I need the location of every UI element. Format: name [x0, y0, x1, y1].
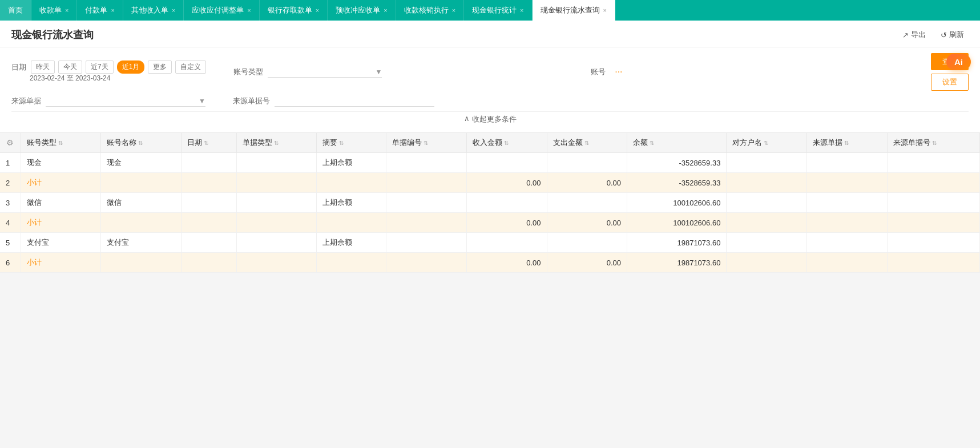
date-quick-btn-今天[interactable]: 今天: [58, 60, 82, 74]
nav-item-银行存取款单[interactable]: 银行存取款单×: [260, 0, 328, 21]
col-expense[interactable]: 支出金额⇅: [547, 133, 627, 153]
source-doc-no-input[interactable]: [275, 95, 434, 107]
close-icon[interactable]: ×: [172, 7, 175, 14]
cell-expense: [547, 193, 627, 213]
col-counterpart[interactable]: 对方户名⇅: [727, 133, 807, 153]
date-quick-btn-昨天[interactable]: 昨天: [31, 60, 55, 74]
date-quick-btn-更多[interactable]: 更多: [148, 60, 172, 74]
cell-settings: 3: [0, 193, 21, 213]
cell-settings: 6: [0, 253, 21, 273]
sort-date-icon: ⇅: [204, 140, 208, 146]
table-row: 1现金现金上期余额-3528659.33: [0, 153, 980, 173]
nav-item-付款单[interactable]: 付款单×: [77, 0, 123, 21]
cell-source_doc: [806, 233, 887, 253]
cell-source_doc: [806, 213, 887, 233]
account-ellipsis-button[interactable]: ···: [610, 67, 627, 77]
close-icon[interactable]: ×: [384, 7, 387, 14]
cell-doc_no: [386, 213, 467, 233]
filter-row-1: 日期 昨天今天近7天近1月更多自定义 2023-02-24 至 2023-03-…: [11, 53, 969, 91]
col-date[interactable]: 日期⇅: [181, 133, 236, 153]
cell-source_doc_no: [887, 193, 979, 213]
col-income[interactable]: 收入金额⇅: [466, 133, 547, 153]
sort-counterpart-icon: ⇅: [764, 140, 768, 146]
cell-settings: 2: [0, 173, 21, 193]
date-quick-btn-自定义[interactable]: 自定义: [175, 60, 206, 74]
nav-item-收款单[interactable]: 收款单×: [31, 0, 77, 21]
account-type-select-wrapper[interactable]: ▼: [268, 66, 382, 78]
account-label: 账号: [591, 67, 606, 77]
col-doc-type[interactable]: 单据类型⇅: [236, 133, 317, 153]
cell-doc_type: [236, 153, 317, 173]
cell-settings: 1: [0, 153, 21, 173]
close-icon[interactable]: ×: [65, 7, 68, 14]
date-quick-btn-近1月[interactable]: 近1月: [117, 60, 145, 74]
close-icon[interactable]: ×: [111, 7, 114, 14]
cell-counterpart: [727, 233, 807, 253]
gear-icon[interactable]: ⚙: [6, 138, 14, 147]
account-type-input[interactable]: [268, 66, 373, 77]
cell-counterpart: [727, 193, 807, 213]
nav-item-应收应付调整单[interactable]: 应收应付调整单×: [184, 0, 259, 21]
cell-account_name: [101, 173, 182, 193]
date-filter-top: 日期 昨天今天近7天近1月更多自定义: [11, 60, 206, 74]
refresh-button[interactable]: ↺ 刷新: [936, 27, 969, 42]
close-icon[interactable]: ×: [316, 7, 319, 14]
cell-expense: [547, 233, 627, 253]
export-button[interactable]: ↗ 导出: [898, 27, 930, 42]
sort-source-doc-no-icon: ⇅: [932, 140, 937, 146]
date-filter: 日期 昨天今天近7天近1月更多自定义 2023-02-24 至 2023-03-…: [11, 60, 206, 83]
cell-balance: 19871073.60: [627, 253, 727, 273]
close-icon[interactable]: ×: [520, 7, 523, 14]
cell-date: [181, 213, 236, 233]
collapse-bar[interactable]: ∧ 收起更多条件: [11, 111, 969, 127]
cell-source_doc_no: [887, 173, 979, 193]
table-row: 2小计0.000.00-3528659.33: [0, 173, 980, 193]
col-balance[interactable]: 余额⇅: [627, 133, 727, 153]
header-actions: ↗ 导出 ↺ 刷新: [898, 27, 969, 42]
sort-income-icon: ⇅: [504, 140, 509, 146]
cell-settings: 4: [0, 213, 21, 233]
col-account-name[interactable]: 账号名称⇅: [101, 133, 182, 153]
col-doc-no[interactable]: 单据编号⇅: [386, 133, 467, 153]
close-icon[interactable]: ×: [603, 7, 607, 14]
settings-button[interactable]: 设置: [931, 74, 969, 91]
nav-item-其他收入单[interactable]: 其他收入单×: [123, 0, 184, 21]
col-source-doc[interactable]: 来源单据⇅: [806, 133, 887, 153]
cell-account_name: 微信: [101, 193, 182, 213]
sort-summary-icon: ⇅: [339, 140, 344, 146]
cell-expense: [547, 153, 627, 173]
nav-item-收款核销执行[interactable]: 收款核销执行×: [396, 0, 464, 21]
export-icon: ↗: [902, 31, 909, 39]
source-doc-select-wrapper[interactable]: ▼: [46, 95, 205, 107]
cell-account_name: 现金: [101, 153, 182, 173]
cell-summary: 上期余额: [317, 233, 386, 253]
col-account-type[interactable]: 账号类型⇅: [21, 133, 101, 153]
cell-source_doc_no: [887, 213, 979, 233]
cell-balance: -3528659.33: [627, 153, 727, 173]
ai-badge[interactable]: Ai: [946, 54, 971, 70]
close-icon[interactable]: ×: [452, 7, 455, 14]
col-summary[interactable]: 摘要⇅: [317, 133, 386, 153]
date-quick-btn-近7天[interactable]: 近7天: [86, 60, 114, 74]
close-icon[interactable]: ×: [247, 7, 251, 14]
nav-item-预收冲应收单[interactable]: 预收冲应收单×: [328, 0, 396, 21]
cell-doc_type: [236, 213, 317, 233]
cell-doc_no: [386, 173, 467, 193]
cell-date: [181, 193, 236, 213]
cell-counterpart: [727, 253, 807, 273]
cell-counterpart: [727, 173, 807, 193]
nav-item-现金银行统计[interactable]: 现金银行统计×: [464, 0, 532, 21]
source-doc-input[interactable]: [46, 95, 196, 106]
nav-item-现金银行流水查询[interactable]: 现金银行流水查询×: [533, 0, 615, 21]
nav-item-首页[interactable]: 首页: [0, 0, 31, 21]
cell-settings: 5: [0, 233, 21, 253]
cell-source_doc_no: [887, 233, 979, 253]
cell-summary: 上期余额: [317, 193, 386, 213]
cell-doc_type: [236, 253, 317, 273]
refresh-icon: ↺: [941, 31, 947, 39]
cell-doc_no: [386, 193, 467, 213]
date-quick-buttons: 昨天今天近7天近1月更多自定义: [31, 60, 206, 74]
col-source-doc-no[interactable]: 来源单据号⇅: [887, 133, 979, 153]
cell-income: [466, 193, 547, 213]
source-doc-chevron-icon: ▼: [199, 97, 205, 105]
